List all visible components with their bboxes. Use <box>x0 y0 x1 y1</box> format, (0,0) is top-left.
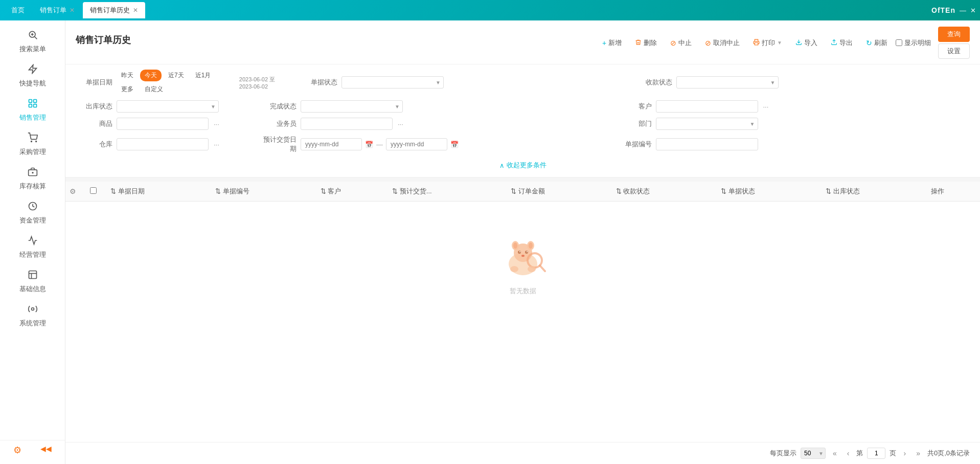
page-size-select[interactable]: 50 10 20 100 <box>801 448 826 459</box>
salesperson-dots-btn[interactable]: ··· <box>396 120 405 128</box>
stop-button[interactable]: ⊘ 中止 <box>665 36 697 50</box>
date-filter-label: 单据日期 <box>76 78 117 87</box>
print-button[interactable]: 打印 ▼ <box>748 36 787 50</box>
sidebar-item-sales-mgmt-label: 销售管理 <box>19 113 46 122</box>
print-dropdown-icon[interactable]: ▼ <box>777 40 782 46</box>
svg-point-32 <box>521 255 525 257</box>
calendar-from-icon[interactable]: 📅 <box>365 141 373 148</box>
sidebar-item-finance-label: 资金管理 <box>19 216 46 225</box>
date-tag-custom[interactable]: 自定义 <box>140 83 168 95</box>
th-number: ⇅ 单据编号 <box>211 182 316 202</box>
collapse-row[interactable]: ∧ 收起更多条件 <box>76 159 970 172</box>
sidebar: 搜索菜单 快捷导航 销售管理 采购管理 库存核算 <box>0 20 65 464</box>
content-area: 销售订单历史 + 新增 删除 ⊘ 中止 <box>65 20 980 464</box>
customer-dots-btn[interactable]: ··· <box>761 103 771 111</box>
refresh-button[interactable]: ↻ 刷新 <box>861 36 893 50</box>
sidebar-item-basic-info[interactable]: 基础信息 <box>0 264 65 299</box>
tab-sales-order-history[interactable]: 销售订单历史 ✕ <box>83 2 145 18</box>
tab-sales-order-history-close[interactable]: ✕ <box>133 7 138 14</box>
svg-point-27 <box>529 242 533 249</box>
product-dots-btn[interactable]: ··· <box>212 120 221 128</box>
prev-page-button[interactable]: ‹ <box>844 448 853 458</box>
last-page-button[interactable]: » <box>913 448 923 458</box>
tab-home[interactable]: 首页 <box>4 2 32 18</box>
export-button[interactable]: 导出 <box>826 36 858 50</box>
date-tag-yesterday[interactable]: 昨天 <box>117 70 138 81</box>
delivery-status-select[interactable] <box>117 100 219 113</box>
customer-label: 客户 <box>615 102 656 111</box>
sidebar-item-sys-mgmt[interactable]: 系统管理 <box>0 299 65 333</box>
delivery-status-label: 出库状态 <box>76 102 117 111</box>
current-page-input[interactable] <box>867 448 885 459</box>
query-button[interactable]: 查询 <box>938 27 970 42</box>
svg-rect-19 <box>755 42 758 45</box>
first-page-button[interactable]: « <box>830 448 840 458</box>
date-tag-7days[interactable]: 近7天 <box>164 70 189 81</box>
pay-status-select-wrapper: ▼ <box>676 76 779 89</box>
next-page-button[interactable]: › <box>900 448 909 458</box>
tab-sales-order[interactable]: 销售订单 ✕ <box>33 2 82 18</box>
sidebar-item-finance[interactable]: 资金管理 <box>0 196 65 230</box>
warehouse-input[interactable] <box>117 138 209 150</box>
show-detail-checkbox-label[interactable]: 显示明细 <box>896 38 931 48</box>
sidebar-item-inventory[interactable]: 库存核算 <box>0 162 65 196</box>
tab-sales-order-close[interactable]: ✕ <box>70 7 75 14</box>
th-action-label: 操作 <box>931 187 944 195</box>
select-all-checkbox[interactable] <box>90 187 97 194</box>
sidebar-item-basic-info-label: 基础信息 <box>19 284 46 294</box>
svg-point-9 <box>31 141 32 142</box>
dept-select[interactable] <box>656 118 758 130</box>
date-range-text: 2023-06-02 至 2023-06-02 <box>239 76 290 90</box>
settings-button[interactable]: 设置 <box>938 43 970 59</box>
completion-status-label: 完成状态 <box>260 102 301 111</box>
delete-button[interactable]: 删除 <box>630 36 662 50</box>
minimize-btn[interactable]: — <box>960 7 966 14</box>
pay-status-select[interactable] <box>676 76 779 89</box>
delivery-date-to[interactable] <box>386 138 447 150</box>
sidebar-item-inventory-label: 库存核算 <box>19 182 46 191</box>
cancel-stop-button[interactable]: ⊘ 取消中止 <box>700 36 745 50</box>
order-number-input[interactable] <box>656 138 758 150</box>
settings-gear-icon[interactable]: ⚙ <box>13 445 21 456</box>
delivery-status-select-wrapper: ▼ <box>117 100 219 113</box>
warehouse-dots-btn[interactable]: ··· <box>212 141 221 148</box>
sidebar-item-operations[interactable]: 经营管理 <box>0 230 65 264</box>
sidebar-item-search-menu[interactable]: 搜索菜单 <box>0 25 65 59</box>
export-label: 导出 <box>839 38 853 48</box>
th-action: 操作 <box>927 182 980 202</box>
calendar-to-icon[interactable]: 📅 <box>450 141 459 148</box>
show-detail-checkbox[interactable] <box>896 39 902 46</box>
table-settings-gear-button[interactable]: ⚙ <box>70 187 76 195</box>
add-button[interactable]: + 新增 <box>597 36 627 50</box>
sidebar-item-purchase-mgmt[interactable]: 采购管理 <box>0 127 65 162</box>
sidebar-item-sys-mgmt-label: 系统管理 <box>19 319 46 328</box>
print-icon <box>753 39 760 47</box>
salesperson-input[interactable] <box>301 118 393 130</box>
delivery-date-from[interactable] <box>301 138 362 150</box>
th-pay-status-label: ⇅ 收款状态 <box>616 187 650 195</box>
th-date: ⇅ 单据日期 <box>106 182 211 202</box>
order-status-select[interactable] <box>341 76 444 89</box>
sidebar-bottom: ⚙ ◀◀ <box>0 440 65 460</box>
th-delivery-status: ⇅ 出库状态 <box>822 182 926 202</box>
completion-status-select[interactable] <box>301 100 403 113</box>
stop-icon: ⊘ <box>670 39 676 47</box>
page-size-select-wrapper: 50 10 20 100 ▼ <box>801 448 826 459</box>
product-input[interactable] <box>117 118 209 130</box>
volume-icon[interactable]: ◀◀ <box>40 445 52 456</box>
order-status-select-wrapper: ▼ <box>341 76 444 89</box>
date-tag-1month[interactable]: 近1月 <box>191 70 216 81</box>
tab-sales-order-history-label: 销售订单历史 <box>90 6 130 15</box>
finance-icon <box>28 201 38 214</box>
import-button[interactable]: 导入 <box>790 36 823 50</box>
page-size-label: 每页显示 <box>770 449 796 458</box>
date-tag-more[interactable]: 更多 <box>117 83 138 95</box>
customer-control: ··· <box>656 100 970 113</box>
close-window-btn[interactable]: ✕ <box>970 7 976 14</box>
sidebar-item-quick-nav[interactable]: 快捷导航 <box>0 59 65 93</box>
date-range-dash: — <box>376 141 383 148</box>
date-tag-today[interactable]: 今天 <box>140 70 162 81</box>
customer-input[interactable] <box>656 100 758 113</box>
tabs-area: 首页 销售订单 ✕ 销售订单历史 ✕ <box>4 0 145 20</box>
sidebar-item-sales-mgmt[interactable]: 销售管理 <box>0 93 65 127</box>
